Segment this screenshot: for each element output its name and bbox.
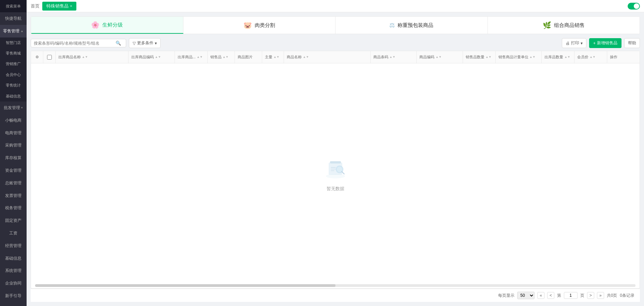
th-saleqty[interactable]: 销售品数量 ▲▼ bbox=[463, 51, 496, 63]
sidebar-item-basic-info2[interactable]: 基础信息 bbox=[0, 252, 27, 265]
sidebar-item-biz-mgmt[interactable]: 经营管理 bbox=[0, 240, 27, 252]
sidebar-item-fixed-assets[interactable]: 固定资产 bbox=[0, 214, 27, 227]
empty-text: 暂无数据 bbox=[327, 186, 344, 192]
th-outcode[interactable]: 出库商品编码 ▲▼ bbox=[129, 51, 175, 63]
sidebar-item-sys-mgmt[interactable]: 系统管理 bbox=[0, 264, 27, 277]
last-page-button[interactable]: » bbox=[597, 292, 604, 299]
weigh-tab-label: 称重预包装商品 bbox=[398, 22, 433, 29]
th-main[interactable]: 主量 ▲▼ bbox=[262, 51, 284, 63]
sidebar-item-ecommerce-mgmt[interactable]: 电商管理 bbox=[0, 127, 27, 139]
per-page-select[interactable]: 50 10 20 100 bbox=[517, 292, 535, 299]
barcode-sort-icon[interactable]: ▲▼ bbox=[389, 56, 395, 58]
page-suffix: 页 bbox=[580, 293, 584, 299]
th-outcode-label: 出库商品编码 bbox=[131, 55, 154, 60]
cat-tab-meat[interactable]: 🐷 肉类分割 bbox=[183, 17, 336, 34]
th-outqty[interactable]: 出库品数量 ▲▼ bbox=[542, 51, 574, 63]
outname-sort-icon[interactable]: ▲▼ bbox=[82, 56, 88, 58]
sidebar-item-hr[interactable]: 工资 bbox=[0, 227, 27, 240]
print-button[interactable]: 🖨 打印 ▾ bbox=[562, 38, 586, 48]
select-all-checkbox[interactable] bbox=[47, 55, 52, 60]
total-records: 0条记录 bbox=[620, 293, 634, 299]
search-input[interactable] bbox=[34, 41, 116, 46]
pagination: 每页显示 50 10 20 100 « < 第 页 > » 共0页 0条记录 bbox=[31, 289, 640, 302]
toggle-switch[interactable] bbox=[628, 3, 640, 10]
scrollbar-thumb[interactable] bbox=[35, 284, 335, 287]
th-memberprice-label: 会员价 bbox=[577, 55, 588, 60]
active-tab[interactable]: 特殊销售品 × bbox=[42, 2, 76, 11]
sidebar-item-finance-mgmt[interactable]: 资金管理 bbox=[0, 164, 27, 177]
saleunit-sort-icon[interactable]: ▲▼ bbox=[529, 56, 536, 58]
sidebar-item-sales-promo[interactable]: 营销推广 bbox=[0, 59, 27, 69]
th-settings[interactable]: ⚙ bbox=[31, 51, 43, 63]
first-page-button[interactable]: « bbox=[537, 292, 544, 299]
table-container: ⚙ 出库商品名称 ▲▼ 出库商品编码 ▲▼ 出库商品... ▲▼ bbox=[31, 51, 640, 289]
th-barcode[interactable]: 商品条码 ▲▼ bbox=[371, 51, 417, 63]
outqty-sort-icon[interactable]: ▲▼ bbox=[564, 56, 570, 58]
th-outname[interactable]: 出库商品名称 ▲▼ bbox=[56, 51, 129, 63]
th-outsku[interactable]: 出库商品... ▲▼ bbox=[175, 51, 208, 63]
sidebar-item-retail-mgmt[interactable]: 零售管理 ▲ bbox=[0, 25, 27, 37]
sidebar-item-enterprise[interactable]: 企业协同 bbox=[0, 277, 27, 290]
sidebar-logo[interactable]: 搜索菜单 bbox=[0, 0, 27, 12]
home-link[interactable]: 首页 bbox=[31, 3, 40, 9]
th-sale[interactable]: 销售品 ▲▼ bbox=[208, 51, 235, 63]
sidebar-item-invoice-mgmt[interactable]: 发票管理 bbox=[0, 189, 27, 202]
horizontal-scrollbar[interactable] bbox=[35, 284, 635, 287]
content-area: 🌸 生鲜分级 🐷 肉类分割 ⚖ 称重预包装商品 🌿 组合商品销售 🔍 bbox=[27, 12, 644, 306]
filter-button[interactable]: ▽ 更多条件 ▾ bbox=[129, 38, 161, 48]
th-check[interactable] bbox=[43, 51, 56, 63]
wholesale-arrow: ▾ bbox=[21, 106, 23, 110]
cat-tab-combo[interactable]: 🌿 组合商品销售 bbox=[488, 17, 640, 34]
weigh-tab-icon: ⚖ bbox=[389, 21, 395, 29]
th-saleunit[interactable]: 销售商品计量单位 ▲▼ bbox=[496, 51, 542, 63]
settings-icon[interactable]: ⚙ bbox=[35, 55, 39, 59]
th-goodscode-label: 商品编码 bbox=[419, 55, 434, 60]
prev-page-button[interactable]: < bbox=[547, 292, 554, 299]
th-action-label: 操作 bbox=[610, 55, 617, 60]
outcode-sort-icon[interactable]: ▲▼ bbox=[155, 56, 161, 58]
th-memberprice[interactable]: 会员价 ▲▼ bbox=[574, 51, 607, 63]
cat-tab-weigh[interactable]: ⚖ 称重预包装商品 bbox=[335, 17, 488, 34]
th-goodscode[interactable]: 商品编码 ▲▼ bbox=[417, 51, 463, 63]
gear-icon[interactable]: ⚙ bbox=[0, 302, 27, 306]
filter-arrow-icon: ▾ bbox=[155, 41, 157, 46]
memberprice-sort-icon[interactable]: ▲▼ bbox=[589, 56, 596, 58]
th-goodsname-label: 商品名称 bbox=[287, 55, 302, 60]
next-page-button[interactable]: > bbox=[587, 292, 594, 299]
sidebar-item-inventory[interactable]: 库存核算 bbox=[0, 152, 27, 164]
main-sort-icon[interactable]: ▲▼ bbox=[273, 56, 280, 58]
page-number-input[interactable] bbox=[564, 292, 578, 299]
cat-tab-fresh[interactable]: 🌸 生鲜分级 bbox=[31, 17, 183, 34]
filter-icon: ▽ bbox=[133, 41, 136, 46]
sidebar-item-retail-stats[interactable]: 零售统计 bbox=[0, 80, 27, 91]
th-outqty-label: 出库品数量 bbox=[544, 55, 563, 60]
goodsname-sort-icon[interactable]: ▲▼ bbox=[303, 56, 309, 58]
sidebar-item-ledger-mgmt[interactable]: 总账管理 bbox=[0, 177, 27, 189]
th-outsku-label: 出库商品... bbox=[178, 55, 196, 60]
add-product-button[interactable]: + 新增销售品 bbox=[589, 38, 621, 48]
outsku-sort-icon[interactable]: ▲▼ bbox=[197, 56, 203, 58]
total-pages: 共0页 bbox=[607, 293, 617, 299]
table-header: ⚙ 出库商品名称 ▲▼ 出库商品编码 ▲▼ 出库商品... ▲▼ bbox=[31, 51, 640, 63]
saleqty-sort-icon[interactable]: ▲▼ bbox=[485, 56, 492, 58]
meat-tab-icon: 🐷 bbox=[243, 21, 252, 29]
sidebar-item-smart-store[interactable]: 智慧门店 bbox=[0, 37, 27, 48]
goodscode-sort-icon[interactable]: ▲▼ bbox=[435, 56, 441, 58]
tab-close-icon[interactable]: × bbox=[70, 4, 72, 9]
search-icon[interactable]: 🔍 bbox=[116, 41, 121, 46]
category-tabs: 🌸 生鲜分级 🐷 肉类分割 ⚖ 称重预包装商品 🌿 组合商品销售 bbox=[31, 16, 640, 34]
sidebar-item-wholesale-mgmt[interactable]: 批发管理 ▾ bbox=[0, 102, 27, 114]
sidebar-item-retail-mall[interactable]: 零售商城 bbox=[0, 48, 27, 59]
sale-sort-icon[interactable]: ▲▼ bbox=[223, 56, 229, 58]
sidebar-item-tax-mgmt[interactable]: 税务管理 bbox=[0, 202, 27, 214]
print-arrow: ▾ bbox=[581, 41, 583, 46]
sidebar-item-purchase-mgmt[interactable]: 采购管理 bbox=[0, 139, 27, 152]
sidebar-item-member-center[interactable]: 会员中心 bbox=[0, 70, 27, 80]
search-box[interactable]: 🔍 bbox=[31, 39, 126, 47]
th-goodsname[interactable]: 商品名称 ▲▼ bbox=[284, 51, 371, 63]
sidebar-item-basic-info1[interactable]: 基础信息 bbox=[0, 91, 27, 102]
sidebar-item-quick-nav[interactable]: 快捷导航 bbox=[0, 12, 27, 25]
sidebar-item-mini-ecommerce[interactable]: 小畅电商 bbox=[0, 114, 27, 127]
sidebar-item-newbie[interactable]: 新手引导 bbox=[0, 290, 27, 302]
help-button[interactable]: 帮助 bbox=[624, 38, 640, 48]
